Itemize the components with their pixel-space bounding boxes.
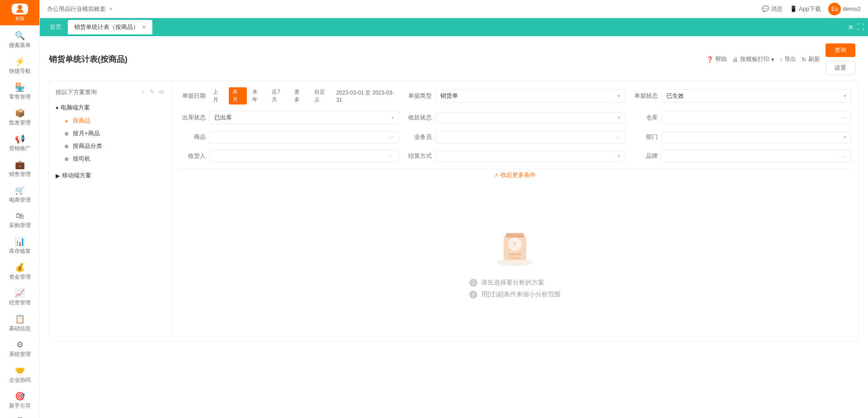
doc-type-select[interactable]: 销货单 ▾ (435, 89, 625, 103)
guide-icon: 🎯 (15, 391, 25, 401)
product-label: 商品 (179, 133, 206, 141)
print-icon: 🖨 (732, 56, 738, 63)
filter-item-brand: 品牌 ··· (631, 150, 851, 162)
receipt-status-label: 收款状态 (405, 114, 432, 122)
topbar-left: 办公用品行业模拟账套 ▾ (47, 5, 113, 13)
pc-scheme-parent[interactable]: ▾ 电脑端方案 (49, 101, 171, 114)
mobile-scheme-group: ▶ 移动端方案 (49, 167, 171, 184)
filter-item-doc-type: 单据类型 销货单 ▾ (405, 89, 625, 103)
operation-icon: 📈 (15, 288, 25, 298)
message-btn[interactable]: 💬 消息 (762, 5, 783, 13)
doc-status-arrow: ▾ (844, 93, 846, 99)
quick-icon: ⚡ (15, 57, 25, 66)
print-dropdown-icon[interactable]: ▾ (771, 56, 774, 63)
export-btn[interactable]: ↑ 导出 (780, 55, 797, 63)
filter-actions-col: 查询 设置 (826, 43, 859, 75)
close-tab-icon[interactable]: ✕ (142, 24, 146, 30)
date-tab-7days[interactable]: 近7天 (268, 87, 289, 104)
sidebar-item-sales[interactable]: 💼 销售管理 (0, 156, 39, 182)
sidebar-item-search[interactable]: 🔍 搜索菜单 (0, 27, 39, 53)
workspace-dropdown-icon[interactable]: ▾ (109, 5, 113, 12)
empty-num-1: 1 (469, 279, 477, 287)
enterprise-icon: 🤝 (15, 366, 25, 375)
sidebar-item-guide[interactable]: 🎯 新手引导 (0, 388, 39, 413)
salesperson-dots[interactable]: ··· (615, 133, 620, 141)
date-range-value: 2023-03-01 至 2023-03-31 (336, 89, 399, 103)
warehouse-select[interactable]: ··· (661, 111, 851, 124)
edit-scheme-icon[interactable]: ✎ (150, 88, 155, 96)
date-tab-more[interactable]: 更多 (291, 87, 308, 104)
help-btn[interactable]: ❓ 帮助 (706, 55, 727, 63)
radio-active-icon: ● (63, 117, 70, 124)
sidebar-item-system[interactable]: ⚙ 系统管理 (0, 336, 39, 362)
sidebar-item-inventory[interactable]: 📊 库存核算 (0, 233, 39, 259)
warehouse-dots[interactable]: ··· (841, 114, 846, 121)
refresh-btn[interactable]: ↻ 刷新 (802, 55, 820, 63)
date-tab-custom[interactable]: 自定义 (311, 87, 334, 104)
date-tab-last-month[interactable]: 上月 (209, 87, 227, 104)
filter-right-panel: 单据日期 上月 本月 本年 近7天 更多 自定义 20 (171, 81, 859, 341)
sidebar-item-basic[interactable]: 📋 基础信息 (0, 310, 39, 336)
filter-item-consignee: 收货人 ··· (179, 150, 399, 162)
department-select[interactable]: ▾ (661, 132, 851, 143)
filter-item-date: 单据日期 上月 本月 本年 近7天 更多 自定义 20 (179, 87, 399, 104)
close-window-icon[interactable]: ✕ (848, 23, 854, 32)
collapse-scheme-icon[interactable]: ≪ (158, 88, 165, 96)
scheme-by-product[interactable]: ● 按商品 (49, 114, 171, 127)
pc-scheme-group: ▾ 电脑端方案 ● 按商品 ⊞ 按月+商品 ⊞ (49, 99, 171, 167)
mobile-scheme-parent[interactable]: ▶ 移动端方案 (49, 169, 171, 182)
sidebar-item-app-center[interactable]: 📱 应用中心 (0, 413, 39, 418)
doc-status-label: 单据状态 (631, 92, 658, 100)
tab-home[interactable]: 首页 (43, 20, 68, 34)
sidebar-item-wholesale[interactable]: 📦 批发管理 (0, 104, 39, 130)
sidebar-item-retail[interactable]: 🏪 零售管理 (0, 79, 39, 104)
topbar: 办公用品行业模拟账套 ▾ 💬 消息 📱 App下载 Ea demo2 (40, 0, 868, 18)
brand-dots[interactable]: ··· (841, 152, 846, 160)
brand-select[interactable]: ··· (661, 150, 851, 162)
user-avatar-btn[interactable]: Ea demo2 (828, 3, 861, 15)
sidebar-item-quick-nav[interactable]: ⚡ 快捷导航 (0, 53, 39, 79)
retail-icon: 🏪 (15, 82, 25, 92)
consignee-select[interactable]: ··· (209, 150, 399, 162)
sidebar-item-marketing[interactable]: 📢 营销推广 (0, 130, 39, 156)
date-tab-this-month[interactable]: 本月 (229, 87, 246, 104)
template-print-btn[interactable]: 🖨 按模板打印 ▾ (732, 55, 774, 63)
topbar-right: 💬 消息 📱 App下载 Ea demo2 (762, 3, 861, 15)
payment-select[interactable]: ▾ (435, 151, 625, 162)
product-dots[interactable]: ··· (389, 133, 394, 141)
doc-status-select[interactable]: 已生效 ▾ (661, 89, 851, 103)
filter-item-out-status: 出库状态 已出库 ▾ (179, 111, 399, 124)
refresh-icon: ↻ (802, 56, 807, 63)
sales-tab-label: 销货单统计表（按商品） (74, 23, 139, 31)
sidebar-item-ecommerce[interactable]: 🛒 电商管理 (0, 182, 39, 208)
sidebar-item-purchase[interactable]: 🛍 采购管理 (0, 208, 39, 233)
sidebar-item-operation[interactable]: 📈 经营管理 (0, 285, 39, 310)
consignee-dots[interactable]: ··· (389, 152, 394, 160)
fullscreen-icon[interactable]: ⛶ (857, 23, 864, 31)
svg-rect-7 (510, 257, 519, 259)
app-download-btn[interactable]: 📱 App下载 (790, 5, 821, 13)
scheme-by-month-product[interactable]: ⊞ 按月+商品 (49, 127, 171, 140)
scheme-by-machine[interactable]: ⊞ 按司机 (49, 152, 171, 165)
sidebar-item-enterprise[interactable]: 🤝 企业协同 (0, 362, 39, 388)
export-icon: ↑ (780, 56, 783, 63)
tab-resize-btn[interactable]: ✕ ⛶ (848, 23, 864, 32)
scheme-by-category[interactable]: ⊞ 按商品分类 (49, 140, 171, 152)
tab-sales-stat[interactable]: 销货单统计表（按商品） ✕ (68, 20, 152, 34)
add-scheme-icon[interactable]: ＋ (140, 88, 146, 96)
date-tab-this-year[interactable]: 本年 (249, 87, 266, 104)
chevron-down-icon: ▾ (56, 104, 59, 111)
setting-button[interactable]: 设置 (826, 61, 855, 75)
filter-row-4: 收货人 ··· 结算方式 ▾ (179, 150, 851, 162)
inventory-icon: 📊 (15, 237, 25, 247)
collapse-btn[interactable]: ∧ 收起更多条件 (179, 169, 851, 181)
date-filter: 上月 本月 本年 近7天 更多 自定义 2023-03-01 至 2023-03… (209, 87, 399, 104)
receipt-status-select[interactable]: ▾ (435, 112, 625, 124)
query-button[interactable]: 查询 (826, 43, 855, 57)
sidebar-item-finance[interactable]: 💰 资金管理 (0, 259, 39, 285)
filter-item-payment: 结算方式 ▾ (405, 151, 625, 162)
salesperson-select[interactable]: ··· (435, 131, 625, 143)
out-status-select[interactable]: 已出库 ▾ (209, 111, 399, 124)
product-select[interactable]: ··· (209, 131, 399, 143)
filter-left-panel: 按以下方案查询 ＋ ✎ ≪ ▾ 电脑端方案 ● (49, 81, 171, 341)
